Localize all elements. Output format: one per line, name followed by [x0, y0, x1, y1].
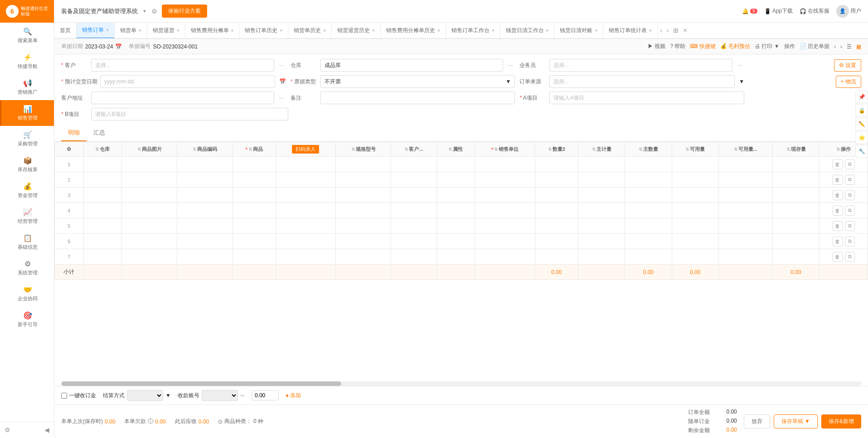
row-delete-button[interactable]: 🗑	[833, 206, 843, 216]
cell-unit-6[interactable]	[475, 234, 535, 249]
cell-unit-3[interactable]	[475, 188, 535, 203]
tab-close-icon[interactable]: ×	[323, 28, 326, 33]
cell-unit-2[interactable]	[475, 172, 535, 188]
sidebar-item-资金管理[interactable]: 💰资金管理	[0, 178, 54, 203]
cell-unit-5[interactable]	[475, 218, 535, 234]
cell-main_qty-3[interactable]	[625, 188, 672, 203]
list-view-icon[interactable]: ☰	[847, 43, 852, 50]
col-sort-icon[interactable]: ⇅	[786, 147, 790, 152]
cell-main_qty-2[interactable]	[625, 172, 672, 188]
tab-close-icon[interactable]: ×	[546, 28, 549, 33]
tab-close-icon[interactable]: ×	[139, 28, 141, 33]
tab-close-icon[interactable]: ×	[106, 28, 109, 33]
quick-deposit-checkbox[interactable]: 一键收订金	[61, 392, 96, 399]
cell-code-7[interactable]	[177, 249, 233, 265]
cell-main_qty-4[interactable]	[625, 203, 672, 218]
cell-settings-3[interactable]: 3	[55, 188, 84, 203]
cell-stock-1[interactable]	[772, 157, 819, 172]
app-download[interactable]: 📱 App下载	[764, 7, 793, 15]
tab-钱货日清对账[interactable]: 钱货日清对账×	[554, 23, 603, 39]
print-action[interactable]: 🖨 打印 ▼	[755, 43, 780, 50]
cell-main_unit-1[interactable]	[578, 157, 625, 172]
cell-main_qty-1[interactable]	[625, 157, 672, 172]
cell-attr-7[interactable]	[436, 249, 475, 265]
cell-available2-7[interactable]	[718, 249, 772, 265]
row-copy-button[interactable]: ⧉	[845, 206, 855, 216]
cell-image-7[interactable]	[122, 249, 177, 265]
staff-more-icon[interactable]: ···	[735, 62, 744, 68]
cell-spec-1[interactable]	[336, 157, 391, 172]
cell-qty2-4[interactable]	[535, 203, 578, 218]
tab-close-icon[interactable]: ×	[595, 28, 597, 33]
col-sort-icon[interactable]: ⇅	[639, 147, 642, 152]
tab-销售订单工作台[interactable]: 销售订单工作台×	[446, 23, 500, 39]
tab-close-icon[interactable]: ×	[372, 28, 375, 33]
cell-customer_code-3[interactable]	[391, 188, 436, 203]
collapse-icon[interactable]: ◀	[44, 426, 49, 433]
cell-image-1[interactable]	[122, 157, 177, 172]
order-source-input[interactable]	[549, 75, 735, 88]
address-input[interactable]	[91, 91, 274, 104]
tab-close-icon[interactable]: ×	[492, 28, 495, 33]
cell-customer_code-2[interactable]	[391, 172, 436, 188]
cell-main_unit-5[interactable]	[578, 218, 625, 234]
cell-available2-6[interactable]	[718, 234, 772, 249]
row-delete-button[interactable]: 🗑	[833, 159, 843, 169]
cell-scan-1[interactable]	[276, 157, 336, 172]
tab-销货退货[interactable]: 销货退货×	[147, 23, 185, 39]
customer-input[interactable]	[91, 59, 274, 72]
cell-customer_code-6[interactable]	[391, 234, 436, 249]
cell-code-4[interactable]	[177, 203, 233, 218]
cell-main_qty-5[interactable]	[625, 218, 672, 234]
cell-qty2-5[interactable]	[535, 218, 578, 234]
col-sort-icon[interactable]: ⇅	[193, 147, 196, 152]
row-copy-button[interactable]: ⧉	[845, 236, 855, 246]
right-tool-settings[interactable]: 🔧	[855, 145, 868, 158]
cell-warehouse-7[interactable]	[83, 249, 121, 265]
cell-customer_code-5[interactable]	[391, 218, 436, 234]
row-delete-button[interactable]: 🗑	[833, 175, 843, 185]
scroll-bar[interactable]	[61, 381, 861, 386]
right-tool-pin[interactable]: 📌	[855, 91, 868, 103]
page-prev-icon[interactable]: ‹	[834, 43, 836, 50]
cell-code-1[interactable]	[177, 157, 233, 172]
sidebar-item-快捷导航[interactable]: ⚡快捷导航	[0, 48, 54, 74]
col-sort-icon[interactable]: ⇅	[404, 147, 408, 152]
cell-stock-7[interactable]	[772, 249, 819, 265]
tab-close-icon[interactable]: ×	[280, 28, 282, 33]
sidebar-item-采购管理[interactable]: 🛒采购管理	[0, 126, 54, 152]
cell-code-5[interactable]	[177, 218, 233, 234]
account-select[interactable]	[202, 390, 238, 401]
tab-close-icon[interactable]: ×	[649, 28, 652, 33]
cell-available2-3[interactable]	[718, 188, 772, 203]
cell-product-2[interactable]	[233, 172, 276, 188]
cell-attr-2[interactable]	[436, 172, 475, 188]
cell-product-6[interactable]	[233, 234, 276, 249]
cell-warehouse-5[interactable]	[83, 218, 121, 234]
cell-image-2[interactable]	[122, 172, 177, 188]
col-sort-icon[interactable]: ⇅	[137, 147, 141, 152]
sidebar-item-销售管理[interactable]: 📊销售管理	[0, 100, 54, 126]
cell-qty2-2[interactable]	[535, 172, 578, 188]
user-menu[interactable]: 👤 用户	[836, 5, 861, 18]
online-service[interactable]: 🎧 在线客服	[800, 7, 829, 15]
tab-close-icon[interactable]: ×	[231, 28, 234, 33]
cell-available-2[interactable]	[672, 172, 718, 188]
row-copy-button[interactable]: ⧉	[845, 221, 855, 231]
cell-settings-7[interactable]: 7	[55, 249, 84, 265]
row-delete-button[interactable]: 🗑	[833, 252, 843, 262]
cell-qty2-3[interactable]	[535, 188, 578, 203]
cell-product-3[interactable]	[233, 188, 276, 203]
settings-button[interactable]: ⚙ 设置	[834, 59, 861, 72]
sidebar-item-新手引导[interactable]: 🎯新手引导	[0, 307, 54, 332]
cell-main_unit-7[interactable]	[578, 249, 625, 265]
sidebar-item-基础信息[interactable]: 📋基础信息	[0, 229, 54, 255]
cell-attr-5[interactable]	[436, 218, 475, 234]
settings-bottom-icon[interactable]: ⚙	[5, 426, 10, 433]
cell-qty2-6[interactable]	[535, 234, 578, 249]
abandon-button[interactable]: 放弃	[744, 414, 770, 428]
warehouse-input[interactable]	[320, 59, 504, 72]
tab-销售费用分摊单历史[interactable]: 销售费用分摊单历史×	[381, 23, 446, 39]
detail-tab-汇总[interactable]: 汇总	[87, 125, 112, 141]
cell-qty2-1[interactable]	[535, 157, 578, 172]
